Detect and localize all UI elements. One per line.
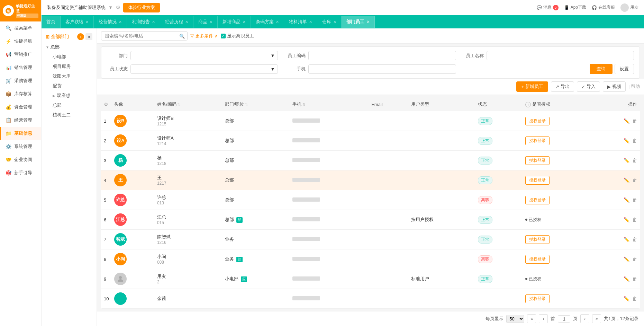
filter-code-input[interactable] — [308, 51, 456, 60]
system-title-dropdown-icon[interactable]: ▼ — [108, 5, 113, 10]
dept-collapse-btn[interactable]: « — [85, 33, 92, 40]
auth-btn[interactable]: 授权登录 — [525, 156, 550, 165]
tab-bom-close[interactable]: ✕ — [309, 20, 312, 24]
sidebar-item-system[interactable]: ⚙️ 系统管理 — [0, 140, 41, 153]
delete-icon[interactable]: 🗑 — [632, 177, 637, 183]
tab-history[interactable]: 经营历程 ✕ — [160, 16, 193, 28]
dept-item-project[interactable]: 项目库房 — [46, 62, 97, 71]
tab-profit-close[interactable]: ✕ — [152, 20, 155, 24]
dept-item-distribution[interactable]: 配货 — [46, 81, 97, 91]
col-name-code[interactable]: 姓名/编码 — [154, 98, 222, 111]
tab-warehouse-close[interactable]: ✕ — [333, 20, 336, 24]
delete-icon[interactable]: 🗑 — [632, 217, 637, 222]
auth-btn[interactable]: 授权登录 — [525, 294, 550, 303]
tab-history-close[interactable]: ✕ — [185, 20, 188, 24]
dept-item-shenyang[interactable]: 沈阳大库 — [46, 71, 97, 81]
filter-dept-select[interactable]: ▼ — [130, 51, 278, 60]
tab-goods-close[interactable]: ✕ — [209, 20, 212, 24]
col-settings-icon[interactable]: ⚙ — [104, 102, 108, 107]
tab-bom[interactable]: 物料清单 ✕ — [284, 16, 317, 28]
tab-goods[interactable]: 商品 ✕ — [193, 16, 218, 28]
sidebar-item-nav[interactable]: ⚡ 快捷导航 — [0, 35, 41, 48]
dept-item-hq[interactable]: 总部 — [46, 100, 97, 110]
auth-btn[interactable]: 授权登录 — [525, 235, 550, 244]
sidebar-item-sales[interactable]: 📊 销售管理 — [0, 61, 41, 74]
auth-btn[interactable]: 授权登录 — [525, 196, 550, 204]
tab-situation-close[interactable]: ✕ — [119, 20, 122, 24]
auth-btn[interactable]: 授权登录 — [525, 136, 550, 145]
tab-barcode[interactable]: 条码方案 ✕ — [251, 16, 284, 28]
sidebar-item-basic-info[interactable]: 📁 基础信息 — [0, 127, 41, 140]
sidebar-item-marketing[interactable]: 📢 营销推广 — [0, 48, 41, 61]
tab-employee-close[interactable]: ✕ — [366, 20, 370, 24]
tab-barcode-close[interactable]: ✕ — [276, 20, 279, 24]
sidebar-item-collab[interactable]: 🤝 企业协同 — [0, 153, 41, 166]
user-menu-btn[interactable]: 用友 — [620, 3, 638, 12]
delete-icon[interactable]: 🗑 — [632, 158, 637, 163]
edit-icon[interactable]: ✏️ — [624, 296, 629, 301]
edit-icon[interactable]: ✏️ — [624, 138, 629, 143]
delete-icon[interactable]: 🗑 — [632, 237, 637, 242]
search-input[interactable] — [101, 31, 188, 41]
search-icon[interactable]: 🔍 — [179, 33, 185, 38]
edit-icon[interactable]: ✏️ — [624, 177, 629, 183]
edit-icon[interactable]: ✏️ — [624, 237, 629, 242]
dept-item-planting[interactable]: 植树王二 — [46, 110, 97, 120]
delete-icon[interactable]: 🗑 — [632, 138, 637, 143]
next-page-btn[interactable]: › — [580, 314, 589, 323]
delete-icon[interactable]: 🗑 — [632, 197, 637, 203]
tab-profit[interactable]: 利润报告 ✕ — [127, 16, 160, 28]
app-download-btn[interactable]: 📱 App下载 — [564, 5, 586, 10]
delete-icon[interactable]: 🗑 — [632, 296, 637, 301]
tab-customer[interactable]: 客户联络 ✕ — [61, 16, 94, 28]
tab-add-goods-close[interactable]: ✕ — [243, 20, 246, 24]
sidebar-item-inventory[interactable]: 📦 库存核算 — [0, 87, 41, 100]
delete-icon[interactable]: 🗑 — [632, 276, 637, 282]
view-btn[interactable]: ▶ 视频 — [603, 81, 626, 92]
per-page-select[interactable]: 50 100 — [506, 315, 524, 323]
filter-status-select[interactable]: ▼ — [130, 64, 278, 74]
prev-page-btn[interactable]: ‹ — [539, 314, 548, 323]
col-dept-position[interactable]: 部门/职位 — [222, 98, 290, 111]
show-departed-checkbox[interactable]: ✓ — [221, 34, 226, 38]
last-page-btn[interactable]: » — [592, 314, 601, 323]
sidebar-item-purchase[interactable]: 🛒 采购管理 — [0, 74, 41, 87]
message-btn[interactable]: 💬 消息 5 — [537, 5, 559, 10]
delete-icon[interactable]: 🗑 — [632, 118, 637, 124]
page-input[interactable] — [558, 315, 570, 323]
filter-name-input[interactable] — [487, 51, 634, 60]
sidebar-item-guide[interactable]: 🎯 新手引导 — [0, 166, 41, 179]
settings-icon[interactable]: ⚙ — [116, 4, 120, 11]
online-service-btn[interactable]: 🎧 在线客服 — [592, 5, 615, 10]
dept-item-headquarters[interactable]: ▼ 总部 — [42, 42, 97, 52]
more-filter-btn[interactable]: ▽ 更多条件 ∧ — [190, 33, 218, 39]
sidebar-item-finance[interactable]: 💰 资金管理 — [0, 100, 41, 114]
edit-icon[interactable]: ✏️ — [624, 158, 629, 163]
delete-icon[interactable]: 🗑 — [632, 256, 637, 262]
filter-phone-input[interactable] — [308, 64, 456, 74]
edit-icon[interactable]: ✏️ — [624, 217, 629, 222]
auth-btn[interactable]: 授权登录 — [525, 255, 550, 264]
col-phone[interactable]: 手机 — [290, 98, 369, 111]
info-icon[interactable]: i — [525, 102, 531, 107]
tab-add-goods[interactable]: 新增商品 ✕ — [218, 16, 251, 28]
edit-icon[interactable]: ✏️ — [624, 197, 629, 203]
import-btn[interactable]: ↙ 导入 — [577, 81, 600, 92]
sidebar-item-operations[interactable]: 📋 经营管理 — [0, 114, 41, 127]
add-employee-btn[interactable]: + 新增员工 — [516, 81, 548, 92]
auth-btn[interactable]: 授权登录 — [525, 176, 550, 185]
edit-icon[interactable]: ✏️ — [624, 256, 629, 262]
first-page-btn[interactable]: « — [527, 314, 536, 323]
sidebar-item-search[interactable]: 🔍 搜索菜单 — [0, 21, 41, 35]
edit-icon[interactable]: ✏️ — [624, 118, 629, 124]
query-btn[interactable]: 查询 — [590, 64, 613, 74]
tab-customer-close[interactable]: ✕ — [85, 20, 89, 24]
dept-add-btn[interactable]: + — [77, 33, 84, 40]
dept-item-small-elec[interactable]: 小电部 — [46, 52, 97, 62]
tab-situation[interactable]: 经营情况 ✕ — [94, 16, 127, 28]
experience-btn[interactable]: 体验行业方案 — [123, 3, 160, 12]
edit-icon[interactable]: ✏️ — [624, 276, 629, 282]
tab-home[interactable]: 首页 — [42, 16, 61, 28]
help-btn[interactable]: | 帮助 — [628, 83, 640, 90]
dept-item-twin[interactable]: ▶ 双座想 — [46, 91, 97, 100]
